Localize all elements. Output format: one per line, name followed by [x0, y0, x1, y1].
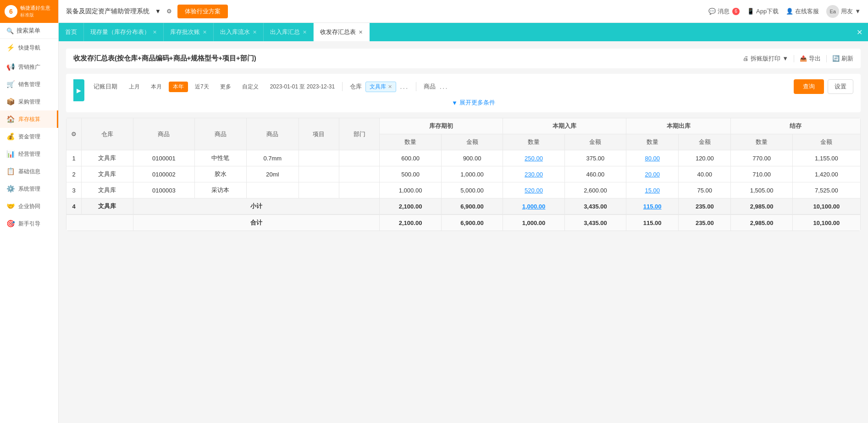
- row-bal-amt: 7,525.00: [792, 182, 860, 198]
- row-out-qty[interactable]: 80.00: [626, 150, 679, 166]
- group-in-header: 本期入库: [503, 118, 626, 134]
- row-in-qty[interactable]: 230.00: [503, 166, 564, 182]
- row-bal-qty: 1,505.00: [731, 182, 792, 198]
- tab-summary[interactable]: 出入库汇总 ✕: [264, 23, 314, 41]
- settings-icon[interactable]: ⚙: [166, 8, 172, 15]
- row-bal-qty: 710.00: [731, 166, 792, 182]
- print-btn[interactable]: 🖨 拆账版打印 ▼: [743, 55, 788, 63]
- row-warehouse: 文具库: [82, 182, 133, 198]
- tab-inventory-dist-close[interactable]: ✕: [153, 29, 157, 35]
- quick-nav-label: 快捷导航: [18, 44, 40, 52]
- tabbar-close[interactable]: ✕: [851, 23, 868, 41]
- search-label: 搜索菜单: [17, 27, 40, 35]
- sidebar-item-guide[interactable]: 🎯 新手引导: [0, 215, 58, 232]
- query-btn[interactable]: 查询: [794, 79, 824, 94]
- sidebar-item-basic-info[interactable]: 📋 基础信息: [0, 163, 58, 180]
- row-out-amt: 75.00: [679, 182, 731, 198]
- main-area: 装备及固定资产辅助管理系统 ▼ ⚙ 体验行业方案 💬 消息 6 📱 App下载 …: [59, 0, 868, 423]
- col-project-header: 项目: [299, 118, 339, 150]
- data-table: ⚙ 仓库 商品 商品 商品 项目 部门 库存期初 本期入库 本期出库 结存 数量: [66, 118, 861, 231]
- subtotal-bal-qty: 2,985.00: [731, 198, 792, 215]
- date-btn-this-month[interactable]: 本月: [147, 82, 166, 92]
- sidebar-item-sales[interactable]: 🛒 销售管理: [0, 76, 58, 93]
- row-out-qty[interactable]: 20.00: [626, 166, 679, 182]
- row-name: 中性笔: [195, 150, 247, 166]
- tab-flow-label: 出入库流水: [220, 28, 250, 36]
- operations-label: 经营管理: [18, 150, 40, 158]
- message-icon: 💬: [708, 8, 716, 15]
- sidebar-item-marketing[interactable]: 📢 营销推广: [0, 58, 58, 76]
- tab-batch[interactable]: 库存批次账 ✕: [164, 23, 214, 41]
- row-out-qty[interactable]: 15.00: [626, 182, 679, 198]
- tab-home[interactable]: 首页: [59, 23, 84, 41]
- row-in-qty[interactable]: 250.00: [503, 150, 564, 166]
- date-btn-7days[interactable]: 近7天: [191, 82, 213, 92]
- inventory-icon: 🏠: [6, 115, 15, 123]
- search-menu[interactable]: 🔍 搜索菜单: [0, 23, 58, 39]
- quick-nav-icon: ⚡: [6, 44, 15, 52]
- export-btn[interactable]: 📤 导出: [800, 55, 821, 63]
- sidebar-item-collab[interactable]: 🤝 企业协同: [0, 198, 58, 215]
- row-spec: 0.7mm: [246, 150, 299, 166]
- table-row: 1 文具库 0100001 中性笔 0.7mm 600.00 900.00 25…: [66, 150, 861, 166]
- filter-bar: ▶ 记账日期 上月 本月 本年 近7天 更多 自定义 2023-01-01 至 …: [66, 74, 861, 112]
- table-footer: 合计 2,100.00 6,900.00 1,000.00 3,435.00 1…: [66, 214, 861, 231]
- table-settings-col[interactable]: ⚙: [66, 118, 82, 150]
- tabbar: 首页 现存量（库存分布表） ✕ 库存批次账 ✕ 出入库流水 ✕ 出入库汇总 ✕ …: [59, 23, 868, 41]
- warehouse-filter: 仓库 文具库 ✕ ...: [350, 82, 409, 92]
- date-label: 记账日期: [94, 82, 117, 91]
- subtotal-out-qty[interactable]: 115.00: [626, 198, 679, 215]
- industry-btn[interactable]: 体验行业方案: [177, 5, 228, 18]
- subtotal-in-qty[interactable]: 1,000.00: [503, 198, 564, 215]
- warehouse-tag-close[interactable]: ✕: [388, 84, 392, 90]
- setting-btn[interactable]: 设置: [828, 79, 853, 94]
- group-out-header: 本期出库: [626, 118, 731, 134]
- system-dropdown[interactable]: ▼: [155, 8, 161, 15]
- subtotal-in-amt: 3,435.00: [564, 198, 626, 215]
- row-no: 2: [66, 166, 82, 182]
- tab-summary-close[interactable]: ✕: [303, 29, 307, 35]
- data-table-container: ⚙ 仓库 商品 商品 商品 项目 部门 库存期初 本期入库 本期出库 结存 数量: [66, 118, 861, 231]
- avatar: Ea: [826, 5, 839, 18]
- sidebar-item-purchase[interactable]: 📦 采购管理: [0, 93, 58, 110]
- dropdown-icon: ▼: [155, 8, 161, 15]
- sidebar-item-system[interactable]: ⚙️ 系统管理: [0, 180, 58, 198]
- expand-btn[interactable]: ▼ 展开更多条件: [452, 99, 495, 107]
- subtotal-row: 4 文具库 小计 2,100.00 6,900.00 1,000.00 3,43…: [66, 198, 861, 215]
- system-title: 装备及固定资产辅助管理系统: [66, 7, 149, 16]
- sidebar-item-finance[interactable]: 💰 资金管理: [0, 128, 58, 145]
- sidebar-item-operations[interactable]: 📊 经营管理: [0, 145, 58, 163]
- date-shortcuts: 上月 本月 本年 近7天 更多 自定义: [125, 82, 263, 92]
- goods-more[interactable]: ...: [439, 82, 448, 91]
- tab-flow[interactable]: 出入库流水 ✕: [214, 23, 264, 41]
- tab-flow-close[interactable]: ✕: [253, 29, 257, 35]
- system-label: 系统管理: [18, 185, 40, 193]
- row-no: 1: [66, 150, 82, 166]
- warehouse-more[interactable]: ...: [400, 82, 409, 91]
- tab-receive-send-label: 收发存汇总表: [320, 28, 356, 36]
- date-btn-more[interactable]: 更多: [216, 82, 235, 92]
- tab-inventory-dist[interactable]: 现存量（库存分布表） ✕: [84, 23, 164, 41]
- operations-icon: 📊: [6, 150, 15, 158]
- filter-toggle[interactable]: ▶: [73, 79, 84, 101]
- refresh-btn[interactable]: 🔄 刷新: [832, 55, 853, 63]
- tab-receive-send-close[interactable]: ✕: [359, 29, 363, 35]
- service-icon: 👤: [786, 8, 793, 15]
- row-in-qty[interactable]: 520.00: [503, 182, 564, 198]
- sidebar-item-quick-nav[interactable]: ⚡ 快捷导航: [0, 39, 58, 56]
- app-download-btn[interactable]: 📱 App下载: [747, 7, 779, 16]
- total-out-qty: 115.00: [626, 214, 679, 231]
- tab-receive-send[interactable]: 收发存汇总表 ✕: [314, 23, 370, 41]
- user-menu[interactable]: Ea 用友 ▼: [826, 5, 861, 18]
- online-service-btn[interactable]: 👤 在线客服: [786, 7, 819, 16]
- date-btn-this-year[interactable]: 本年: [169, 82, 188, 92]
- out-amt-header: 金额: [679, 134, 731, 150]
- date-btn-custom[interactable]: 自定义: [238, 82, 263, 92]
- sidebar-item-inventory[interactable]: 🏠 库存核算: [0, 110, 58, 128]
- message-btn[interactable]: 💬 消息 6: [708, 7, 740, 16]
- filter-sep-2: [416, 82, 416, 91]
- tab-batch-close[interactable]: ✕: [203, 29, 207, 35]
- row-out-amt: 120.00: [679, 150, 731, 166]
- content-area: 收发存汇总表(按仓库+商品编码+商品+规格型号+项目+部门) 🖨 拆账版打印 ▼…: [59, 41, 868, 423]
- date-btn-last-month[interactable]: 上月: [125, 82, 144, 92]
